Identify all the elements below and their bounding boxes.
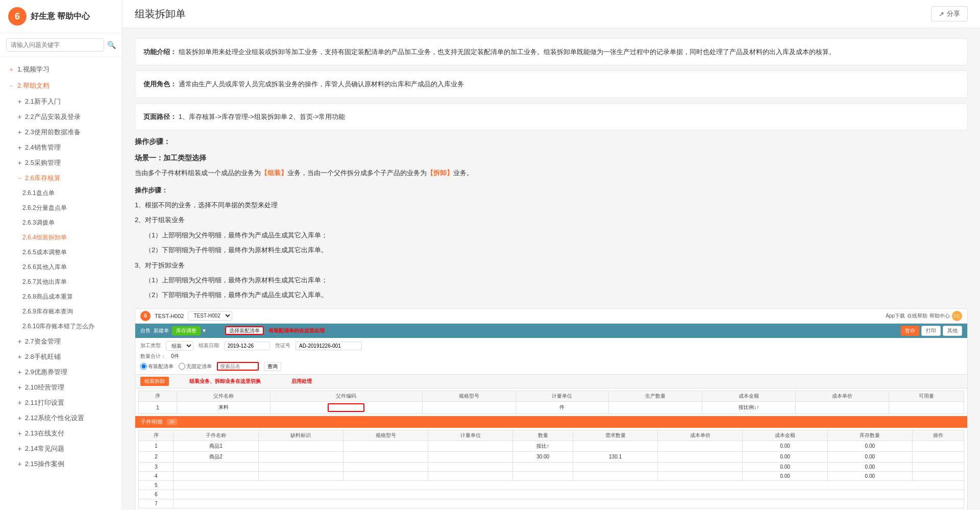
table-row: 3 0.00 0.00 <box>139 462 964 471</box>
sidebar-item-inventory-stocktake[interactable]: 2.6.1盘点单 <box>0 186 122 201</box>
sim-search-bom-btn[interactable]: 查询 <box>264 362 281 371</box>
sim-nav-home[interactable]: 自售 <box>140 327 151 334</box>
sim-nav-new[interactable]: 新建单 <box>154 327 169 334</box>
step3: 3、对于拆卸业务 <box>135 259 968 271</box>
sim-dropdown-arrow[interactable]: ▼ <box>202 328 207 333</box>
sidebar-item-inv-ledger[interactable]: 2.6.9库存账本查询 <box>0 304 122 319</box>
sim-upper-input-box <box>328 403 364 412</box>
topbar: 组装拆卸单 ↗ 分享 <box>122 0 980 28</box>
sim-lower-expand-btn[interactable]: ⟳ <box>167 419 177 425</box>
sim-col-parent-code: 父件编码 <box>271 391 423 401</box>
sidebar-item-inventory[interactable]: － 2.6库存核算 <box>0 171 122 186</box>
step3-1: （1）上部明细为父件明细，最终作为原材料生成其它出库单； <box>145 274 968 286</box>
plus-icon: ＋ <box>16 337 25 345</box>
plus-icon: ＋ <box>16 445 25 452</box>
sim-lower-r2-seq: 2 <box>139 451 174 462</box>
sim-col-stock-qty: 库存数量 <box>827 430 912 441</box>
sidebar-item-data-prep[interactable]: ＋ 2.3使用前数据准备 <box>0 125 122 140</box>
sidebar-item-finance[interactable]: ＋ 2.7资金管理 <box>0 334 122 349</box>
sim-lower-r2-unit <box>428 451 513 462</box>
sim-lower-r1-stock: 0.00 <box>827 441 912 451</box>
sim-secondary-nav: 自售 新建单 库存调整 ▼ 选择装配清单 有装配清单的在这里处理 暂存 打印 其 <box>135 324 967 338</box>
table-row: 7 <box>139 499 964 508</box>
sidebar-item-install-login[interactable]: ＋ 2.2产品安装及登录 <box>0 109 122 125</box>
sidebar-item-other-out[interactable]: 2.6.7其他出库单 <box>0 275 122 289</box>
sidebar-item-coupon[interactable]: ＋ 2.9优惠券管理 <box>0 365 122 380</box>
path-block: 页面路径： 1、库存核算->库存管理->组装拆卸单 2、首页->常用功能 <box>135 103 968 130</box>
sidebar-item-cost-adjust[interactable]: 2.6.5成本调整单 <box>0 245 122 260</box>
sim-other-btn[interactable]: 其他 <box>943 326 962 336</box>
sim-upper-row1-unit-cost <box>796 401 889 414</box>
sim-lower-r2-spec <box>343 451 428 462</box>
sim-lower-r2-ucost <box>658 451 743 462</box>
sim-annotation-bom: 选择装配清单 有装配清单的在这里处理 <box>225 327 325 334</box>
plus-icon: ＋ <box>16 128 25 136</box>
app-title: 好生意 帮助中心 <box>31 11 90 22</box>
sim-radio-free-input[interactable] <box>179 363 185 370</box>
sim-search-bom-input[interactable] <box>220 363 256 369</box>
sim-print-btn[interactable]: 打印 <box>921 326 941 336</box>
sim-date-input[interactable] <box>224 342 270 350</box>
sidebar-item-mobile[interactable]: ＋ 2.8手机旺铺 <box>0 349 122 365</box>
scene-desc: 当由多个子件材料组装成一个成品的业务为【组装】业务，当由一个父件拆分成多个子产品… <box>135 167 968 179</box>
table-row: 4 0.00 0.00 <box>139 471 964 480</box>
sidebar-item-other-in[interactable]: 2.6.6其他入库单 <box>0 260 122 275</box>
sim-orange-tab[interactable]: 组装拆卸 <box>140 377 169 386</box>
sidebar-item-inv-ledger-fix[interactable]: 2.6.10库存账本错了怎么办 <box>0 319 122 334</box>
search-icon[interactable]: 🔍 <box>107 41 116 49</box>
sim-help-center-label: 帮助中心 <box>929 312 950 320</box>
sidebar-item-faq[interactable]: ＋ 2.14常见问题 <box>0 441 122 456</box>
sim-upper-row1-cost-ratio: 按比例↓↑ <box>702 401 796 414</box>
sim-billno-input[interactable] <box>296 342 362 350</box>
sim-company-select[interactable]: TEST-H002 <box>188 311 232 321</box>
sidebar-item-newcomer[interactable]: ＋ 2.1新手入门 <box>0 94 122 109</box>
sim-upper-code-input[interactable] <box>331 405 361 410</box>
search-area: 🔍 <box>0 33 122 57</box>
sidebar-item-sales[interactable]: ＋ 2.4销售管理 <box>0 140 122 155</box>
scene-desc-text: 当由多个子件材料组装成一个成品的业务为【组装】业务，当由一个父件拆分成多个子产品… <box>135 169 473 177</box>
sim-topbar: 6 TEST-H002 TEST-H002 App下载 在线帮助 帮助中心 CC <box>135 309 967 324</box>
sidebar-item-payment[interactable]: ＋ 2.13在线支付 <box>0 426 122 441</box>
content-area: 功能介绍： 组装拆卸单用来处理企业组装或拆卸等加工业务，支持有固定装配清单的产品… <box>122 28 980 510</box>
table-row: 1 商品1 按比↑ 0.00 0.00 <box>139 441 964 451</box>
sidebar-item-cases[interactable]: ＋ 2.15操作案例 <box>0 456 122 472</box>
sidebar-item-video-learning[interactable]: ＋ 1.视频学习 <box>0 61 122 78</box>
sidebar-item-personalize[interactable]: ＋ 2.12系统个性化设置 <box>0 410 122 426</box>
sim-btn-adjust[interactable]: 库存调整 <box>172 326 201 335</box>
sim-lower-r2-ops <box>912 451 964 462</box>
sidebar-item-print[interactable]: ＋ 2.11打印设置 <box>0 395 122 410</box>
sidebar-item-ops[interactable]: ＋ 2.10经营管理 <box>0 380 122 395</box>
sidebar-item-purchase[interactable]: ＋ 2.5采购管理 <box>0 155 122 171</box>
sim-process-type-select[interactable]: 组装 拆卸 <box>166 341 193 351</box>
sim-lower-r1-ucost <box>658 441 743 451</box>
ops-steps-title: 操作步骤： <box>135 137 968 147</box>
minus-icon: － <box>16 174 25 182</box>
share-button[interactable]: ↗ 分享 <box>931 6 968 21</box>
sidebar-item-help-docs[interactable]: － 2.帮助文档 <box>0 78 122 94</box>
step2: 2、对于组装业务 <box>135 214 968 226</box>
sim-radio-bom-input[interactable] <box>140 363 147 370</box>
search-input[interactable] <box>6 38 104 52</box>
plus-icon: ＋ <box>16 159 25 166</box>
sim-annotation-bom-box: 选择装配清单 <box>225 326 264 335</box>
plus-icon: ＋ <box>16 368 25 376</box>
sim-upper-row1-seq: 1 <box>139 401 177 414</box>
sidebar-item-cost-recalc[interactable]: 2.6.8商品成本重算 <box>0 289 122 304</box>
sim-search-bom-box <box>217 362 259 371</box>
sim-date-label: 组装日期 <box>199 342 219 349</box>
sidebar-item-inventory-transfer[interactable]: 2.6.3调拨单 <box>0 215 122 230</box>
step1: 1、根据不同的业务，选择不同单据的类型来处理 <box>135 199 968 211</box>
sim-lower-table-body: 1 商品1 按比↑ 0.00 0.00 <box>139 441 964 508</box>
plus-icon: ＋ <box>16 353 25 360</box>
sim-upper-row1-spec <box>422 401 516 414</box>
sidebar-item-assembly[interactable]: 2.6.4组装拆卸单 <box>0 230 122 245</box>
annotation2-label: 组装业务、拆卸业务在这里切换 <box>189 378 261 385</box>
sim-form-area: 加工类型 组装 拆卸 组装日期 凭证号 数量合计： 0件 <box>135 338 967 375</box>
sim-upper-table: 序 父件名称 父件编码 规格型号 计量单位 生产数量 成本金额 成本单价 可用量 <box>138 391 964 414</box>
share-icon: ↗ <box>939 10 944 18</box>
sim-radio-free[interactable]: 无固定清单 <box>179 363 212 370</box>
sim-radio-bom[interactable]: 有装配清单 <box>140 363 174 370</box>
sim-save-btn[interactable]: 暂存 <box>901 326 919 336</box>
sim-lower-r2-demand: 130.1 <box>573 451 657 462</box>
sidebar-item-inventory-partial[interactable]: 2.6.2分量盘点单 <box>0 201 122 215</box>
